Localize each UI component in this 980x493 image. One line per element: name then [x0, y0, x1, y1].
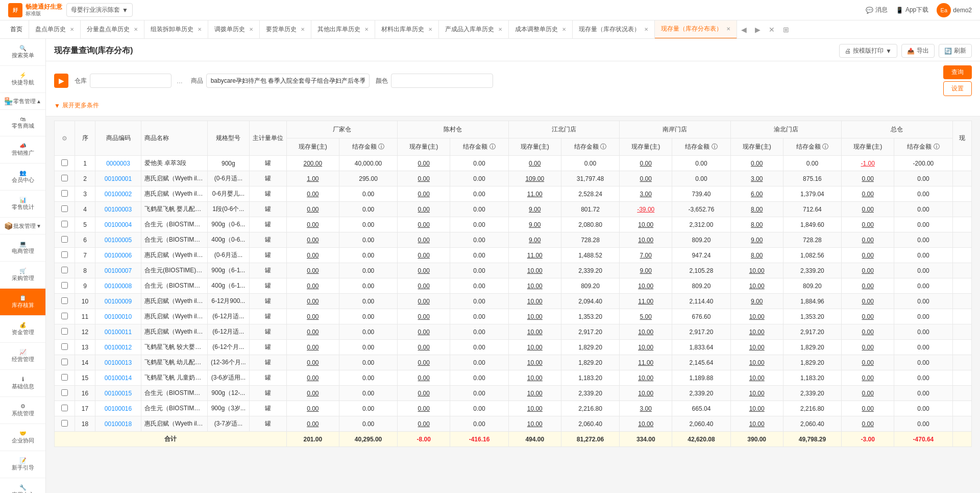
query-button[interactable]: 查询 [943, 65, 972, 79]
table-cell[interactable]: 0.00 [398, 370, 450, 386]
tab-cost-adjust[interactable]: 成本调整单历史 ✕ [509, 20, 573, 39]
table-cell[interactable]: 10.00 [620, 416, 672, 432]
row-checkbox[interactable] [55, 386, 75, 401]
table-cell[interactable]: 0.00 [286, 186, 339, 202]
table-cell[interactable]: 10.00 [508, 294, 561, 309]
table-cell[interactable]: 0.00 [398, 340, 450, 355]
sidebar-item-basic[interactable]: ℹ 基础信息 [0, 370, 45, 397]
refresh-button[interactable]: 🔄 刷新 [939, 44, 972, 58]
table-cell[interactable]: 0.00 [398, 202, 450, 217]
table-cell[interactable]: 0.00 [286, 309, 339, 324]
table-cell[interactable]: 3.00 [620, 401, 672, 416]
sidebar-item-appcenter[interactable]: 🔧 应用中心 [0, 478, 45, 493]
sidebar-item-retail-stat[interactable]: 📊 零售统计 [0, 191, 45, 218]
table-cell[interactable]: 0.00 [842, 370, 894, 386]
sidebar-item-guide[interactable]: 📝 新手引导 [0, 451, 45, 478]
row-checkbox[interactable] [55, 263, 75, 278]
sidebar-item-search[interactable]: 🔍 搜索英单 [0, 39, 45, 66]
row-checkbox[interactable] [55, 309, 75, 324]
tab-other-outbound[interactable]: 其他出库单历史 ✕ [311, 20, 375, 39]
table-cell[interactable]: 0.00 [398, 401, 450, 416]
table-cell[interactable]: 0.00 [398, 355, 450, 370]
table-cell[interactable]: 0.00 [842, 355, 894, 370]
table-cell[interactable]: 0.00 [286, 202, 339, 217]
table-cell[interactable]: 10.00 [730, 401, 783, 416]
table-cell[interactable]: 10.00 [730, 416, 783, 432]
table-cell[interactable]: 0.00 [398, 324, 450, 340]
table-cell[interactable]: 10.00 [620, 232, 672, 248]
table-cell[interactable]: 0.00 [842, 217, 894, 232]
table-cell[interactable]: 7.00 [620, 248, 672, 263]
sidebar-item-operations[interactable]: 📈 经营管理 [0, 343, 45, 370]
expand-conditions-btn[interactable]: ▼ 展开更多条件 [54, 99, 972, 112]
table-cell[interactable]: 10.00 [730, 340, 783, 355]
table-cell[interactable]: 0.00 [398, 294, 450, 309]
tab-assembly[interactable]: 组装拆卸单历史 ✕ [144, 20, 208, 39]
message-action[interactable]: 💬 消息 [866, 6, 888, 14]
sidebar-item-quicknav[interactable]: ⚡ 快捷导航 [0, 66, 45, 93]
table-cell[interactable]: 9.00 [508, 202, 561, 217]
table-cell[interactable]: 10.00 [508, 386, 561, 401]
table-cell[interactable]: 0.00 [842, 232, 894, 248]
export-button[interactable]: 📤 导出 [901, 44, 935, 58]
tab-requisition[interactable]: 要货单历史 ✕ [260, 20, 311, 39]
sidebar-item-wholesale[interactable]: 📦 批发管理 ▼ [0, 218, 45, 234]
row-checkbox[interactable] [55, 156, 75, 171]
close-icon[interactable]: ✕ [428, 27, 432, 32]
row-checkbox[interactable] [55, 324, 75, 340]
table-cell[interactable]: 0.00 [508, 156, 561, 171]
table-cell[interactable]: 10.00 [508, 401, 561, 416]
table-cell[interactable]: 0.00 [398, 248, 450, 263]
table-cell[interactable]: 0.00 [286, 416, 339, 432]
table-cell[interactable]: 0.00 [286, 248, 339, 263]
warehouse-input[interactable] [90, 74, 172, 88]
close-icon[interactable]: ✕ [644, 27, 648, 32]
table-cell[interactable]: 10.00 [508, 355, 561, 370]
table-cell[interactable]: 10.00 [730, 355, 783, 370]
table-cell[interactable]: 0.00 [398, 171, 450, 186]
table-cell[interactable]: 10.00 [620, 386, 672, 401]
sidebar-item-retail[interactable]: 🏪 零售管理 ▲ [0, 93, 45, 110]
row-checkbox[interactable] [55, 370, 75, 386]
table-cell[interactable]: 0.00 [842, 416, 894, 432]
tab-stock-status[interactable]: 现存量（库存状况表） ✕ [573, 20, 655, 39]
table-cell[interactable]: 10.00 [620, 217, 672, 232]
table-cell[interactable]: 0.00 [398, 416, 450, 432]
table-cell[interactable]: 0.00 [286, 340, 339, 355]
table-cell[interactable]: 11.00 [508, 186, 561, 202]
table-cell[interactable]: 11.00 [620, 355, 672, 370]
tab-finished-inbound[interactable]: 产成品入库单历史 ✕ [439, 20, 509, 39]
table-cell[interactable]: 0.00 [398, 278, 450, 294]
table-cell[interactable]: 10.00 [620, 370, 672, 386]
sidebar-item-system[interactable]: ⚙ 系统管理 [0, 397, 45, 424]
table-cell[interactable]: 0.00 [398, 186, 450, 202]
close-icon[interactable]: ✕ [301, 27, 305, 32]
table-cell[interactable]: 0.00 [842, 340, 894, 355]
table-cell[interactable]: 0.00 [286, 401, 339, 416]
table-cell[interactable]: 0.00 [286, 294, 339, 309]
close-icon[interactable]: ✕ [134, 27, 138, 32]
row-checkbox[interactable] [55, 248, 75, 263]
gear-icon[interactable]: ⚙ [62, 135, 67, 142]
sidebar-item-marketing[interactable]: 📣 营销推广 [0, 136, 45, 163]
table-cell[interactable]: 0.00 [842, 278, 894, 294]
table-cell[interactable]: 10.00 [730, 278, 783, 294]
tab-next-btn[interactable]: ▶ [751, 20, 765, 39]
close-icon[interactable]: ✕ [364, 27, 369, 32]
sidebar-item-ecommerce[interactable]: 💻 电商管理 [0, 234, 45, 262]
table-cell[interactable]: 10.00 [730, 370, 783, 386]
row-checkbox[interactable] [55, 217, 75, 232]
row-checkbox[interactable] [55, 202, 75, 217]
close-icon[interactable]: ✕ [70, 27, 74, 32]
row-checkbox[interactable] [55, 294, 75, 309]
sidebar-item-member[interactable]: 👥 会员中心 [0, 163, 45, 191]
table-cell[interactable]: 0.00 [398, 386, 450, 401]
table-cell[interactable]: 11.00 [620, 294, 672, 309]
table-cell[interactable]: 0.00 [286, 370, 339, 386]
table-cell[interactable]: 0.00 [286, 217, 339, 232]
row-checkbox[interactable] [55, 232, 75, 248]
table-cell[interactable]: 0.00 [620, 156, 672, 171]
table-cell[interactable]: 0.00 [398, 232, 450, 248]
table-cell[interactable]: 10.00 [620, 278, 672, 294]
table-cell[interactable]: -39.00 [620, 202, 672, 217]
